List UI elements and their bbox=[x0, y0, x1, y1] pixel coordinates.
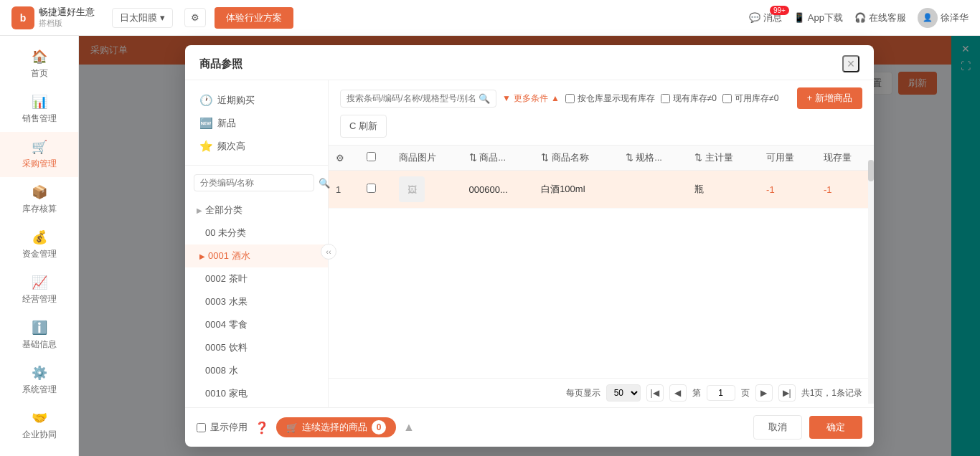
col-name[interactable]: ⇅ 商品名称 bbox=[534, 146, 618, 171]
quick-recent-button[interactable]: 🕐 近期购买 bbox=[194, 89, 319, 112]
table-header-row: ⚙ 商品图片 ⇅ 商品... bbox=[329, 146, 874, 171]
sidebar-item-basic-info[interactable]: ℹ️ 基础信息 bbox=[0, 313, 78, 358]
col-spec[interactable]: ⇅ 规格... bbox=[618, 146, 688, 171]
divider bbox=[185, 165, 328, 166]
cat-item-00[interactable]: 00 未分类 bbox=[185, 222, 328, 244]
sidebar-item-operations[interactable]: 📈 经营管理 bbox=[0, 267, 78, 313]
col-checkbox[interactable] bbox=[359, 146, 392, 171]
cat-item-0005[interactable]: 0005 饮料 bbox=[185, 336, 328, 359]
sales-icon: 📊 bbox=[32, 94, 47, 110]
quick-new-button[interactable]: 🆕 新品 bbox=[194, 112, 319, 135]
checkbox-usable-neq0-label[interactable]: 可用库存≠0 bbox=[722, 92, 778, 105]
category-search-row: 🔍 bbox=[185, 170, 328, 196]
show-disabled-checkbox[interactable] bbox=[197, 423, 206, 432]
cat-item-0008[interactable]: 0008 水 bbox=[185, 359, 328, 382]
cat-item-all[interactable]: ▶ 全部分类 bbox=[185, 199, 328, 222]
cat-item-0002[interactable]: 0002 茶叶 bbox=[185, 267, 328, 290]
page-number-input[interactable] bbox=[707, 385, 735, 401]
category-search-input[interactable] bbox=[194, 174, 314, 191]
quick-frequent-label: 频次高 bbox=[217, 140, 245, 153]
sidebar-item-enterprise[interactable]: 🤝 企业协同 bbox=[0, 403, 78, 448]
per-page-select[interactable]: 50 bbox=[606, 384, 641, 402]
modal-footer: 显示停用 ❓ 🛒 连续选择的商品 0 ▲ 取消 确定 bbox=[185, 407, 874, 447]
product-search-icon[interactable]: 🔍 bbox=[479, 93, 490, 104]
add-product-button[interactable]: + 新增商品 bbox=[797, 87, 862, 109]
sidebar-item-finance[interactable]: 💰 资金管理 bbox=[0, 222, 78, 267]
checkbox-warehouse-text: 按仓库显示现有库存 bbox=[578, 92, 655, 105]
message-icon: 💬 bbox=[749, 12, 760, 23]
page-first-button[interactable]: |◀ bbox=[646, 384, 664, 402]
sidebar-item-home[interactable]: 🏠 首页 bbox=[0, 42, 78, 87]
trial-button[interactable]: 体验行业方案 bbox=[215, 7, 293, 29]
inventory-icon: 📦 bbox=[32, 184, 47, 200]
notifications-button[interactable]: 💬 消息 99+ bbox=[749, 11, 782, 24]
logo-icon: b bbox=[11, 6, 34, 29]
filter-more-button[interactable]: ▼ 更多条件 ▲ bbox=[502, 92, 560, 105]
row-checkbox[interactable] bbox=[367, 184, 376, 193]
info-icon: ℹ️ bbox=[32, 320, 47, 336]
checkbox-available-neq0-label[interactable]: 现有库存≠0 bbox=[661, 92, 717, 105]
cat-item-0003[interactable]: 0003 水果 bbox=[185, 290, 328, 313]
quick-new-label: 新品 bbox=[217, 117, 236, 130]
quick-frequent-button[interactable]: ⭐ 频次高 bbox=[194, 135, 319, 158]
checkbox-warehouse-label[interactable]: 按仓库显示现有库存 bbox=[565, 92, 655, 105]
cart-count-badge: 0 bbox=[372, 420, 386, 434]
collapse-left-panel-button[interactable]: ‹‹ bbox=[321, 244, 336, 260]
show-disabled-label[interactable]: 显示停用 bbox=[197, 421, 248, 434]
checkbox-available-neq0[interactable] bbox=[661, 94, 670, 103]
app-download-button[interactable]: 📱 App下载 bbox=[793, 11, 843, 24]
select-all-checkbox[interactable] bbox=[367, 152, 376, 161]
col-image: 商品图片 bbox=[392, 146, 462, 171]
sidebar-item-enterprise-label: 企业协同 bbox=[22, 429, 57, 441]
cat-label-0002: 0002 茶叶 bbox=[205, 272, 248, 285]
cat-item-0001[interactable]: ▶ 0001 酒水 bbox=[185, 244, 328, 267]
help-icon[interactable]: ❓ bbox=[255, 421, 269, 434]
checkbox-usable-neq0[interactable] bbox=[722, 94, 732, 103]
cart-icon: 🛒 bbox=[286, 422, 298, 433]
operations-icon: 📈 bbox=[32, 275, 47, 290]
modal-close-button[interactable]: × bbox=[842, 55, 859, 72]
nav-selector[interactable]: 日太阳膜 ▾ bbox=[112, 8, 173, 28]
col-unit[interactable]: ⇅ 主计量 bbox=[687, 146, 759, 171]
sidebar-item-system[interactable]: ⚙️ 系统管理 bbox=[0, 358, 78, 403]
search-icon[interactable]: 🔍 bbox=[319, 178, 330, 189]
checkbox-warehouse[interactable] bbox=[565, 94, 575, 103]
row-unit: 瓶 bbox=[687, 171, 759, 209]
confirm-button[interactable]: 确定 bbox=[809, 416, 862, 439]
row-spec bbox=[618, 171, 688, 209]
cat-label-all: 全部分类 bbox=[205, 204, 242, 217]
collapse-footer-icon[interactable]: ▲ bbox=[403, 421, 415, 434]
cat-item-0004[interactable]: 0004 零食 bbox=[185, 313, 328, 336]
sidebar-item-sales[interactable]: 📊 销售管理 bbox=[0, 87, 78, 132]
system-icon: ⚙️ bbox=[32, 365, 47, 381]
sidebar-item-basic-info-label: 基础信息 bbox=[22, 338, 57, 351]
sidebar-item-guide[interactable]: 🎯 新手引导 bbox=[0, 448, 78, 456]
category-list: ▶ 全部分类 00 未分类 ▶ 0001 酒水 0002 茶 bbox=[185, 196, 328, 402]
user-profile-button[interactable]: 👤 徐泽华 bbox=[918, 8, 969, 28]
col-settings[interactable]: ⚙ bbox=[329, 146, 359, 171]
sidebar-item-purchase[interactable]: 🛒 采购管理 bbox=[0, 132, 78, 177]
page-next-button[interactable]: ▶ bbox=[755, 384, 773, 402]
gear-settings-button[interactable]: ⚙ bbox=[184, 8, 206, 27]
row-checkbox-cell[interactable] bbox=[359, 171, 392, 209]
table-row[interactable]: 1 🖼 bbox=[329, 171, 874, 209]
scrollbar-track bbox=[868, 160, 874, 378]
sidebar-item-inventory[interactable]: 📦 库存核算 bbox=[0, 177, 78, 222]
chevron-up-icon: ▲ bbox=[551, 93, 560, 103]
page-prev-button[interactable]: ◀ bbox=[669, 384, 687, 402]
product-table-container: ⚙ 商品图片 ⇅ 商品... bbox=[329, 146, 874, 378]
cart-button[interactable]: 🛒 连续选择的商品 0 bbox=[276, 417, 396, 437]
cancel-button[interactable]: 取消 bbox=[753, 415, 802, 440]
filter-bar: 🔍 ▼ 更多条件 ▲ 按仓库显示现有库存 bbox=[329, 80, 874, 146]
cat-item-0010[interactable]: 0010 家电 bbox=[185, 382, 328, 402]
modal-right-panel: 🔍 ▼ 更多条件 ▲ 按仓库显示现有库存 bbox=[329, 80, 874, 407]
cat-label-0010: 0010 家电 bbox=[205, 387, 248, 400]
product-search-input[interactable] bbox=[347, 93, 476, 103]
sidebar-item-finance-label: 资金管理 bbox=[22, 248, 57, 260]
customer-service-button[interactable]: 🎧 在线客服 bbox=[854, 11, 906, 24]
page-last-button[interactable]: ▶| bbox=[778, 384, 796, 402]
scrollbar-thumb[interactable] bbox=[868, 160, 874, 181]
refresh-button[interactable]: C 刷新 bbox=[340, 115, 387, 138]
col-code[interactable]: ⇅ 商品... bbox=[462, 146, 534, 171]
product-table: ⚙ 商品图片 ⇅ 商品... bbox=[329, 146, 874, 209]
